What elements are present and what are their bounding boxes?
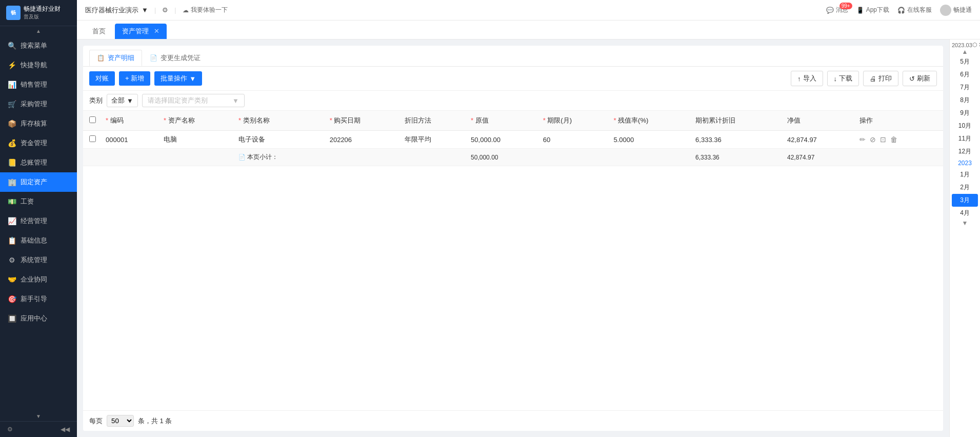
col-name: 资产名称: [159, 111, 234, 131]
calendar-month-7[interactable]: 7月: [950, 81, 980, 94]
sidebar-item-purchase[interactable]: 🛒 采购管理: [0, 94, 77, 114]
calendar-month-2[interactable]: 2月: [950, 181, 980, 194]
sidebar-item-search[interactable]: 🔍 搜索菜单: [0, 36, 77, 55]
new-button[interactable]: + 新增: [119, 71, 150, 86]
calendar-down-icon[interactable]: ▼: [962, 220, 968, 227]
collapse-icon[interactable]: ◀◀: [61, 426, 70, 433]
cell-name: 电脑: [159, 131, 234, 149]
calendar-month-6[interactable]: 6月: [950, 68, 980, 81]
cell-category: 电子设备: [234, 131, 326, 149]
sidebar-item-ledger[interactable]: 📒 总账管理: [0, 153, 77, 172]
cloud-icon: ☁: [183, 7, 189, 14]
sidebar-item-apps[interactable]: 🔲 应用中心: [0, 309, 77, 328]
refresh-icon: ↺: [909, 75, 915, 83]
sidebar-scroll-down[interactable]: ▼: [0, 411, 77, 421]
sidebar-item-finance[interactable]: 💰 资金管理: [0, 133, 77, 153]
reconcile-button[interactable]: 对账: [89, 71, 115, 86]
sidebar-item-fixed-assets[interactable]: 🏢 固定资产: [0, 172, 77, 192]
calendar-current-year-months: 1月 2月 3月 4月: [950, 168, 980, 220]
tab-close-icon[interactable]: ✕: [154, 27, 159, 35]
calendar-month-9[interactable]: 9月: [950, 107, 980, 120]
message-badge[interactable]: 💬 消息 99+: [826, 6, 848, 14]
category-select[interactable]: 全部 ▼: [107, 94, 138, 107]
company-selector[interactable]: 医疗器械行业演示 ▼: [85, 6, 148, 15]
cart-icon: 🛒: [7, 100, 16, 108]
sidebar-item-system[interactable]: ⚙ 系统管理: [0, 250, 77, 270]
calendar-month-8[interactable]: 8月: [950, 94, 980, 107]
import-button[interactable]: ↑ 导入: [791, 71, 823, 86]
settings-icon[interactable]: ⚙: [7, 426, 13, 433]
asset-category-input[interactable]: 请选择固定资产类别 ▼: [142, 94, 245, 107]
category-filter-label: 类别: [89, 96, 103, 105]
sidebar-scroll-up[interactable]: ▲: [0, 26, 77, 36]
tab-asset-management[interactable]: 资产管理 ✕: [115, 24, 167, 39]
card-tab-voucher[interactable]: 📄 变更生成凭证: [142, 50, 208, 66]
main-wrapper: 医疗器械行业演示 ▼ | ⚙ | ☁ 我要体验一下 💬 消息 99+ 📱 App…: [77, 0, 980, 437]
per-page-select[interactable]: 50 10 20 100: [107, 415, 134, 427]
calendar-month-5[interactable]: 5月: [950, 55, 980, 68]
app-download[interactable]: 📱 App下载: [856, 6, 889, 14]
sidebar-item-guide[interactable]: 🎯 新手引导: [0, 289, 77, 309]
copy-icon[interactable]: ⊡: [880, 135, 886, 144]
right-panel: 2023.03 ⬡ ✕ ▲ 5月 6月 7月 8月 9月 10月 11月 12月…: [949, 39, 980, 437]
message-count: 99+: [839, 3, 852, 9]
sidebar-item-salary[interactable]: 💵 工资: [0, 192, 77, 211]
card-toolbar: 对账 + 新增 批量操作 ▼ ↑ 导入 ↓ 下载: [83, 67, 943, 91]
disable-icon[interactable]: ⊘: [870, 135, 876, 144]
row-checkbox[interactable]: [89, 135, 96, 142]
page-tabs: 首页 资产管理 ✕: [77, 21, 980, 39]
sidebar-item-collab[interactable]: 🤝 企业协同: [0, 270, 77, 289]
ledger-icon: 📒: [7, 158, 16, 167]
online-service[interactable]: 🎧 在线客服: [897, 6, 932, 14]
user-profile[interactable]: 畅捷通: [940, 5, 972, 16]
topbar: 医疗器械行业演示 ▼ | ⚙ | ☁ 我要体验一下 💬 消息 99+ 📱 App…: [77, 0, 980, 21]
topbar-settings-icon[interactable]: ⚙: [162, 6, 168, 14]
select-all-checkbox[interactable]: [89, 116, 96, 123]
expand-panel-icon[interactable]: ⬡: [972, 42, 977, 48]
calendar-prev-year: 5月 6月 7月 8月 9月 10月 11月 12月: [950, 55, 980, 158]
logo-text: 畅捷通好业财 普及版: [24, 5, 61, 21]
sidebar-item-label: 销售管理: [21, 80, 47, 89]
calendar-month-12[interactable]: 12月: [950, 145, 980, 158]
sidebar-item-label: 工资: [21, 197, 34, 206]
lightning-icon: ⚡: [7, 61, 16, 69]
edit-icon[interactable]: ✏: [859, 135, 866, 144]
sidebar-item-inventory[interactable]: 📦 库存核算: [0, 114, 77, 133]
cell-period: 60: [539, 131, 610, 149]
delete-icon[interactable]: 🗑: [890, 135, 897, 144]
download-button[interactable]: ↓ 下载: [827, 71, 859, 86]
table-wrapper: 编码 资产名称 类别名称 购买日期 折旧方法 原值 期限(月) 残值率(%) 期…: [83, 111, 943, 410]
calendar-month-11[interactable]: 11月: [950, 132, 980, 145]
calendar-month-3[interactable]: 3月: [952, 194, 978, 207]
sidebar-item-sales[interactable]: 📊 销售管理: [0, 75, 77, 94]
logo-icon: 畅: [6, 6, 21, 20]
sidebar-item-label: 企业协同: [21, 275, 47, 284]
refresh-button[interactable]: ↺ 刷新: [903, 71, 937, 86]
calendar-up-icon[interactable]: ▲: [962, 48, 968, 55]
calendar-month-4[interactable]: 4月: [950, 207, 980, 220]
cell-original-value: 50,000.00: [467, 131, 539, 149]
batch-button[interactable]: 批量操作 ▼: [154, 71, 202, 86]
info-icon: 📋: [7, 236, 16, 245]
tab-home[interactable]: 首页: [85, 24, 113, 39]
right-panel-header: 2023.03: [952, 42, 972, 48]
calendar-month-10[interactable]: 10月: [950, 120, 980, 132]
sidebar-item-label: 固定资产: [21, 177, 47, 187]
sidebar-item-basics[interactable]: 📋 基础信息: [0, 231, 77, 250]
sidebar-item-nav[interactable]: ⚡ 快捷导航: [0, 55, 77, 75]
topbar-right: 💬 消息 99+ 📱 App下载 🎧 在线客服 畅捷通: [826, 5, 972, 16]
print-button[interactable]: 🖨 打印: [863, 71, 898, 86]
experience-link[interactable]: ☁ 我要体验一下: [183, 6, 228, 14]
per-page-label: 每页: [89, 416, 103, 426]
import-icon: ↑: [797, 75, 801, 83]
calendar-month-1[interactable]: 1月: [950, 168, 980, 181]
sidebar-item-management[interactable]: 📈 经营管理: [0, 211, 77, 231]
cell-depreciation-method: 年限平均: [401, 131, 467, 149]
col-residual-rate: 残值率(%): [609, 111, 691, 131]
total-count: 条，共 1 条: [138, 416, 172, 426]
card-tab-asset-detail[interactable]: 📋 资产明细: [89, 50, 142, 66]
guide-icon: 🎯: [7, 295, 16, 303]
money-icon: 💰: [7, 139, 16, 147]
col-depreciation-method: 折旧方法: [401, 111, 467, 131]
row-checkbox-col: [83, 131, 102, 149]
